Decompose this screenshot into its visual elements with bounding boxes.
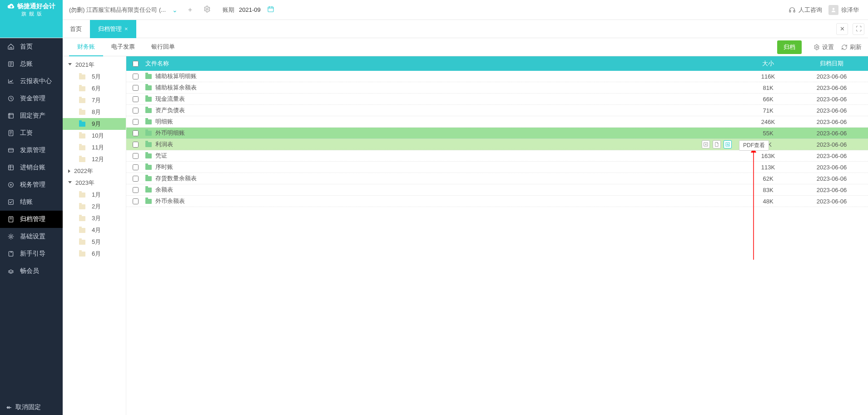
svg-rect-17 bbox=[726, 143, 729, 146]
support-link[interactable]: 人工咨询 bbox=[789, 6, 822, 14]
row-checkbox[interactable] bbox=[133, 142, 139, 148]
table-row[interactable]: 利润表2K2023-06-06PDF查看 bbox=[126, 139, 868, 150]
tree-year[interactable]: 2021年 bbox=[63, 59, 126, 71]
table-row[interactable]: 现金流量表66K2023-06-06 bbox=[126, 94, 868, 105]
row-date: 2023-06-06 bbox=[795, 153, 868, 159]
tree-month[interactable]: 1月 bbox=[63, 189, 126, 201]
tree-month[interactable]: 8月 bbox=[63, 106, 126, 118]
nav-item-8[interactable]: 税务管理 bbox=[0, 176, 63, 193]
nav-item-7[interactable]: 进销台账 bbox=[0, 159, 63, 176]
add-icon[interactable]: ＋ bbox=[184, 4, 196, 16]
tab-home-label: 首页 bbox=[70, 25, 82, 33]
folder-icon bbox=[145, 119, 152, 124]
tree-month-label: 7月 bbox=[92, 96, 101, 104]
row-name: 存货数量余额表 bbox=[155, 174, 197, 183]
row-checkbox[interactable] bbox=[133, 96, 139, 102]
subtab-0[interactable]: 财务账 bbox=[69, 38, 103, 56]
nav-item-9[interactable]: 结账 bbox=[0, 193, 63, 211]
company-dropdown-icon[interactable]: ⌄ bbox=[170, 6, 179, 14]
nav-item-13[interactable]: 畅会员 bbox=[0, 262, 63, 280]
nav-item-11[interactable]: 基础设置 bbox=[0, 228, 63, 245]
tree-month[interactable]: 9月 bbox=[63, 118, 126, 130]
nav-item-3[interactable]: 资金管理 bbox=[0, 90, 63, 107]
table-row[interactable]: 凭证163K2023-06-06 bbox=[126, 150, 868, 162]
row-checkbox[interactable] bbox=[133, 85, 139, 91]
tree-month[interactable]: 6月 bbox=[63, 83, 126, 94]
table-row[interactable]: 资产负债表71K2023-06-06 bbox=[126, 105, 868, 116]
nav-item-12[interactable]: 新手引导 bbox=[0, 245, 63, 262]
row-checkbox[interactable] bbox=[133, 176, 139, 182]
tree-month[interactable]: 3月 bbox=[63, 212, 126, 224]
table-row[interactable]: 外币明细账55K2023-06-06 bbox=[126, 128, 868, 139]
row-size: 62K bbox=[741, 175, 795, 182]
tree-month[interactable]: 2月 bbox=[63, 201, 126, 212]
row-checkbox[interactable] bbox=[133, 108, 139, 114]
tree-month[interactable]: 12月 bbox=[63, 153, 126, 165]
tree-month[interactable]: 5月 bbox=[63, 71, 126, 83]
settings-link[interactable]: 设置 bbox=[813, 43, 834, 51]
table-row[interactable]: 存货数量余额表62K2023-06-06 bbox=[126, 173, 868, 184]
close-icon[interactable]: × bbox=[124, 25, 128, 32]
table-header: 文件名称 大小 归档日期 bbox=[126, 56, 868, 71]
nav-item-10[interactable]: 归档管理 bbox=[0, 211, 63, 228]
refresh-link[interactable]: 刷新 bbox=[841, 43, 862, 51]
tab-home[interactable]: 首页 bbox=[63, 20, 90, 38]
calendar-icon[interactable] bbox=[265, 5, 274, 14]
table-row[interactable]: 明细账246K2023-06-06 bbox=[126, 116, 868, 128]
table-row[interactable]: 序时账113K2023-06-06 bbox=[126, 162, 868, 173]
row-date: 2023-06-06 bbox=[795, 175, 868, 182]
folder-icon bbox=[79, 204, 85, 209]
folder-icon bbox=[79, 216, 85, 221]
tree-month[interactable]: 6月 bbox=[63, 248, 126, 260]
tree-month[interactable]: 11月 bbox=[63, 142, 126, 153]
chevron-down-icon bbox=[68, 181, 72, 185]
row-checkbox[interactable] bbox=[133, 119, 139, 125]
subtab-1[interactable]: 电子发票 bbox=[103, 38, 143, 56]
nav-label: 工资 bbox=[20, 129, 33, 137]
nav-icon bbox=[7, 216, 15, 223]
table-row[interactable]: 外币余额表48K2023-06-06 bbox=[126, 196, 868, 207]
table-row[interactable]: 辅助核算余额表81K2023-06-06 bbox=[126, 82, 868, 94]
nav-item-5[interactable]: 工资 bbox=[0, 124, 63, 142]
nav-item-0[interactable]: 首页 bbox=[0, 38, 63, 55]
tree-year[interactable]: 2023年 bbox=[63, 177, 126, 189]
tree-month[interactable]: 10月 bbox=[63, 130, 126, 142]
user-menu[interactable]: 徐泽华 bbox=[828, 5, 859, 15]
nav-item-2[interactable]: 云报表中心 bbox=[0, 73, 63, 90]
row-name: 资产负债表 bbox=[155, 106, 185, 114]
gear-icon[interactable] bbox=[201, 4, 213, 16]
row-checkbox[interactable] bbox=[133, 153, 139, 159]
tree-month[interactable]: 5月 bbox=[63, 236, 126, 248]
company-prefix: (勿删) bbox=[69, 6, 86, 13]
fullscreen-button[interactable]: ⛶ bbox=[853, 23, 864, 35]
tree-month[interactable]: 7月 bbox=[63, 94, 126, 106]
close-all-tabs-button[interactable]: ✕ bbox=[836, 23, 848, 35]
nav-item-4[interactable]: 固定资产 bbox=[0, 107, 63, 124]
row-date: 2023-06-06 bbox=[795, 107, 868, 114]
export-pdf-icon[interactable] bbox=[713, 140, 721, 148]
nav-item-1[interactable]: 总账 bbox=[0, 55, 63, 73]
left-nav: 首页总账云报表中心资金管理固定资产工资发票管理进销台账税务管理结账归档管理基础设… bbox=[0, 38, 63, 415]
archive-button[interactable]: 归档 bbox=[777, 40, 802, 54]
subtab-2[interactable]: 银行回单 bbox=[143, 38, 183, 56]
view-pdf-icon[interactable] bbox=[724, 140, 732, 148]
select-all-checkbox[interactable] bbox=[133, 61, 139, 67]
table-row[interactable]: 余额表83K2023-06-06 bbox=[126, 184, 868, 196]
row-checkbox[interactable] bbox=[133, 187, 139, 193]
table-row[interactable]: 辅助核算明细账116K2023-06-06 bbox=[126, 71, 868, 82]
row-date: 2023-06-06 bbox=[795, 119, 868, 125]
tab-archive[interactable]: 归档管理 × bbox=[90, 20, 136, 38]
settings-label: 设置 bbox=[822, 43, 834, 51]
tree-year[interactable]: 2022年 bbox=[63, 165, 126, 177]
period-value: 2021-09 bbox=[239, 6, 261, 13]
row-checkbox[interactable] bbox=[133, 130, 139, 136]
row-name: 外币余额表 bbox=[155, 197, 185, 205]
row-checkbox[interactable] bbox=[133, 74, 139, 79]
nav-icon bbox=[7, 43, 15, 50]
row-checkbox[interactable] bbox=[133, 198, 139, 204]
unpin-button[interactable]: ↞取消固定 bbox=[0, 400, 63, 415]
row-checkbox[interactable] bbox=[133, 164, 139, 170]
export-excel-icon[interactable] bbox=[702, 140, 710, 148]
nav-item-6[interactable]: 发票管理 bbox=[0, 142, 63, 159]
tree-month[interactable]: 4月 bbox=[63, 224, 126, 236]
